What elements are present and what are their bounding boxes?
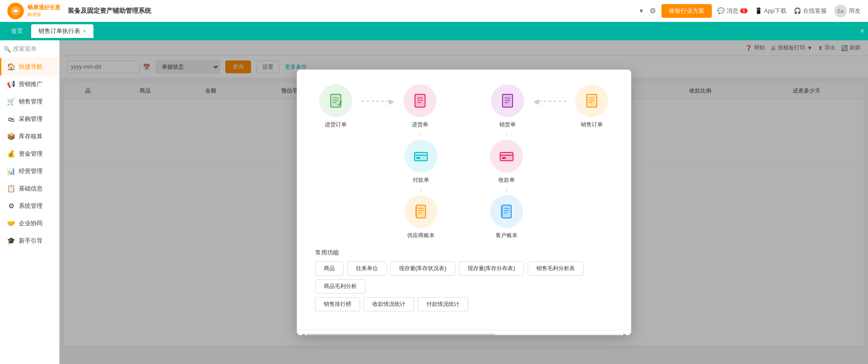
sidebar-item-operation[interactable]: 📊 经营管理 [0, 163, 59, 180]
settings-icon[interactable]: ⚙ [650, 6, 656, 15]
logo-text: 畅康通好生意 标准版 [27, 4, 60, 17]
enterprise-icon: 🤝 [7, 219, 15, 228]
logo-icon [7, 3, 24, 19]
sidebar-item-purchase[interactable]: 🛍 采购管理 [0, 110, 59, 128]
capital-icon: 💰 [7, 150, 15, 158]
common-functions-title: 常用功能 [315, 249, 613, 257]
svg-rect-24 [416, 157, 420, 159]
btn-product-margin[interactable]: 商品毛利分析 [315, 279, 366, 293]
user-area[interactable]: Ea 用友 [834, 5, 861, 17]
tab-home[interactable]: 首页 [4, 24, 30, 38]
scroll-thumb[interactable] [306, 334, 496, 335]
tab-close-icon[interactable]: × [83, 28, 86, 34]
svg-rect-28 [502, 157, 506, 159]
flow-node-sales-bill[interactable]: 销货单 [491, 84, 524, 129]
flow-node-sales-order[interactable]: 销售订单 [575, 84, 608, 129]
btn-sales-rank[interactable]: 销售排行榜 [315, 297, 360, 311]
btn-stock-status[interactable]: 现存量(库存状况表) [390, 261, 455, 276]
purchase-bill-icon [404, 84, 437, 117]
sidebar-item-enterprise[interactable]: 🤝 企业协同 [0, 215, 59, 232]
scroll-indicator: ◀ ▶ [297, 330, 631, 335]
top-bar: 畅康通好生意 标准版 装备及固定资产辅助管理系统 ▼ ⚙ 体验行业方案 💬 消息… [0, 0, 868, 22]
tab-sales-order[interactable]: 销售订单执行表 × [31, 24, 93, 38]
btn-partner[interactable]: 往来单位 [347, 261, 387, 276]
sidebar-item-marketing[interactable]: 📢 营销推广 [0, 76, 59, 93]
supplier-ledger-icon [404, 195, 437, 228]
svg-rect-34 [415, 206, 417, 217]
btn-sales-margin[interactable]: 销售毛利分析表 [528, 261, 584, 276]
svg-rect-16 [587, 94, 597, 107]
customer-ledger-icon [490, 195, 523, 228]
scroll-track [306, 334, 622, 335]
sidebar: 🔍 搜索菜单 🏠 快捷导航 📢 营销推广 🛒 销售管理 🛍 采购管理 📦 库存核… [0, 40, 60, 364]
btn-product[interactable]: 商品 [315, 261, 344, 276]
svg-rect-35 [502, 205, 511, 218]
nav-tabs: 首页 销售订单执行表 × × [0, 22, 868, 40]
common-functions-section: 常用功能 商品 往来单位 现存量(库存状况表) 现存量(库存分布表) 销售毛利分… [315, 249, 613, 311]
sidebar-item-quick-nav[interactable]: 🏠 快捷导航 [0, 58, 59, 76]
flow-node-customer-ledger[interactable]: 客户账本 [490, 195, 523, 239]
content-area: ❓ 帮助 🖨 按模板打印 ▼ ⬆ 导出 🔄 刷新 📅 [60, 40, 868, 364]
sidebar-item-system[interactable]: ⚙ 系统管理 [0, 197, 59, 215]
sidebar-item-inventory[interactable]: 📦 库存核算 [0, 128, 59, 145]
purchase-icon: 🛍 [7, 115, 15, 123]
payment-icon [404, 140, 437, 173]
flow-dialog: 进货订单 ▶ 进货单 [297, 70, 631, 335]
sales-icon: 🛒 [7, 98, 15, 106]
scroll-left-icon[interactable]: ◀ [300, 332, 305, 335]
online-service-button[interactable]: 🎧 在线客服 [794, 7, 827, 15]
main-layout: 🔍 搜索菜单 🏠 快捷导航 📢 营销推广 🛒 销售管理 🛍 采购管理 📦 库存核… [0, 40, 868, 364]
message-icon: 💬 [717, 7, 725, 14]
flow-node-purchase-order[interactable]: 进货订单 [319, 84, 352, 129]
flow-node-purchase-bill[interactable]: 进货单 [404, 84, 437, 129]
close-all-tabs-icon[interactable]: × [860, 27, 864, 35]
svg-rect-6 [415, 94, 425, 107]
message-button[interactable]: 💬 消息 6 [717, 7, 748, 15]
system-title: 装备及固定资产辅助管理系统 [68, 7, 633, 15]
newbie-icon: 🎓 [7, 237, 15, 245]
dialog-overlay: 进货订单 ▶ 进货单 [60, 40, 868, 364]
svg-rect-29 [416, 205, 426, 218]
receipt-icon [490, 140, 523, 173]
flow-node-receipt[interactable]: 收款单 [490, 140, 523, 184]
avatar: Ea [834, 5, 847, 17]
logo-area: 畅康通好生意 标准版 [7, 3, 62, 19]
svg-rect-25 [500, 152, 513, 161]
operation-icon: 📊 [7, 167, 15, 175]
sidebar-item-newbie[interactable]: 🎓 新手引导 [0, 232, 59, 250]
svg-rect-21 [415, 152, 427, 161]
marketing-icon: 📢 [7, 80, 15, 88]
base-info-icon: 📋 [7, 185, 15, 193]
sidebar-item-capital[interactable]: 💰 资金管理 [0, 145, 59, 163]
sidebar-item-sales[interactable]: 🛒 销售管理 [0, 93, 59, 110]
common-buttons-row2: 销售排行榜 收款情况统计 付款情况统计 [315, 297, 613, 311]
btn-receipt-stats[interactable]: 收款情况统计 [364, 297, 414, 311]
btn-payment-stats[interactable]: 付款情况统计 [418, 297, 468, 311]
service-icon: 🎧 [794, 7, 801, 14]
sales-bill-icon [491, 84, 524, 117]
common-buttons-row1: 商品 往来单位 现存量(库存状况表) 现存量(库存分布表) 销售毛利分析表 商品… [315, 261, 613, 293]
purchase-order-icon [319, 84, 352, 117]
flow-node-supplier-ledger[interactable]: 供应商账本 [404, 195, 437, 239]
sales-order-icon [575, 84, 608, 117]
message-badge: 6 [740, 8, 748, 13]
sidebar-item-base-info[interactable]: 📋 基础信息 [0, 180, 59, 197]
flow-node-payment[interactable]: 付款单 [404, 140, 437, 184]
app-download-button[interactable]: 📱 App下载 [755, 7, 786, 15]
inventory-icon: 📦 [7, 132, 15, 141]
btn-stock-dist[interactable]: 现存量(库存分布表) [459, 261, 524, 276]
search-icon: 🔍 [4, 46, 11, 53]
scroll-right-icon[interactable]: ▶ [623, 332, 628, 335]
mobile-icon: 📱 [755, 7, 762, 14]
home-icon: 🏠 [7, 63, 15, 71]
sidebar-search[interactable]: 🔍 搜索菜单 [0, 40, 59, 58]
system-icon: ⚙ [7, 202, 15, 210]
system-dropdown-icon[interactable]: ▼ [639, 8, 644, 14]
trial-button[interactable]: 体验行业方案 [661, 4, 712, 18]
top-right-area: 💬 消息 6 📱 App下载 🎧 在线客服 Ea 用友 [717, 5, 861, 17]
svg-rect-11 [502, 94, 513, 107]
svg-rect-40 [501, 206, 502, 217]
